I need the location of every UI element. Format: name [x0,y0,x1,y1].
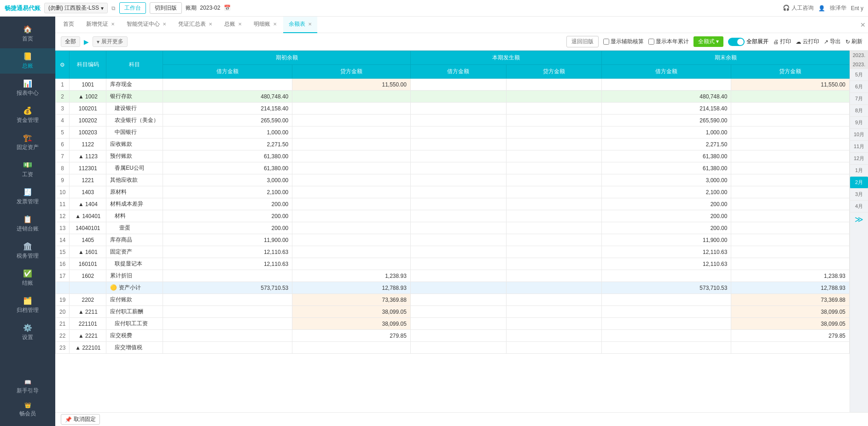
sidebar-item-sales[interactable]: 📋 进销台账 [0,211,55,236]
table-row-name[interactable]: 固定资产 [106,246,163,258]
month-item-1月[interactable]: 1月 [850,165,868,177]
tab-voucher-summary[interactable]: 凭证汇总表 ✕ [173,17,218,33]
month-item-12月[interactable]: 12月 [850,153,868,165]
switch-version-button[interactable]: 切到旧版 [150,2,182,14]
table-row-name[interactable]: 建设银行 [106,103,163,115]
table-row-name[interactable]: 预付账款 [106,150,163,162]
table-row-name[interactable]: 材料成本差异 [106,198,163,210]
table-row-code: ▲ 1123 [70,150,106,162]
refresh-button[interactable]: ↻ 刷新 [845,38,862,46]
sidebar-item-capital[interactable]: 💰 资金管理 [0,103,55,128]
table-row-num: 3 [56,103,70,115]
auxiliary-checkbox-input[interactable] [603,39,609,45]
sidebar-item-tax[interactable]: 🏛️ 税务管理 [0,238,55,264]
tab-smart-center-close[interactable]: ✕ [163,22,166,27]
sidebar-item-settlement[interactable]: ✅ 结账 [0,265,55,291]
unfix-button[interactable]: 📌 取消固定 [61,414,100,425]
show-auxiliary-checkbox[interactable]: 显示辅助核算 [603,38,644,46]
expand-panel-icon[interactable]: ≫ [850,213,868,226]
col-config[interactable]: ⚙ [56,51,70,79]
period-debit: 200.00 [163,210,292,222]
calendar-icon[interactable]: 📅 [224,5,231,11]
print-button[interactable]: 🖨 打印 [773,38,791,46]
sidebar-item-settings[interactable]: ⚙️ 设置 [0,320,55,345]
filter-arrow-icon[interactable]: ▶ [84,38,89,46]
right-panel-header1[interactable]: 2023. [850,51,868,60]
tab-voucher-summary-close[interactable]: ✕ [209,22,212,27]
close-window-icon[interactable]: ✕ [860,21,866,29]
table-row-name[interactable]: 香属EU公司 [106,162,163,174]
tab-balance[interactable]: 余额表 ✕ [283,17,317,33]
expand-button[interactable]: ▾ 展开更多 [93,36,128,47]
month-item-3月[interactable]: 3月 [850,189,868,201]
tab-bar: 首页 新增凭证 ✕ 智能凭证中心 ✕ 凭证汇总表 ✕ 总账 ✕ [55,17,868,33]
toggle-track[interactable] [728,38,745,46]
sidebar-item-home[interactable]: 🏠 首页 [0,21,55,46]
sidebar-item-report[interactable]: 📊 报表中心 [0,75,55,101]
sidebar-item-fixed[interactable]: 🏗️ 固定资产 [0,130,55,155]
table-row-name[interactable]: 原材料 [106,186,163,198]
tab-ledger[interactable]: 总账 ✕ [219,17,247,33]
filter-selector[interactable]: 全部 [61,36,80,47]
month-item-2月[interactable]: 2月 [850,177,868,189]
sidebar-item-invoice[interactable]: 🧾 发票管理 [0,184,55,209]
right-panel-header2[interactable]: 2023. [850,60,868,69]
table-row-name[interactable]: 农业银行（美金） [106,115,163,127]
export-button[interactable]: ↗ 导出 [824,38,841,46]
period-credit: 12,788.93 [292,282,411,294]
sidebar-item-member[interactable]: 👑 畅会员 [0,398,55,421]
table-row-name[interactable]: 应付职工薪酬 [106,306,163,318]
cur-debit [410,222,506,234]
tab-home[interactable]: 首页 [58,17,80,33]
tab-ledger-close[interactable]: ✕ [238,22,242,27]
table-row-name[interactable]: 应交税费 [106,330,163,342]
expand-all-toggle[interactable]: 全部展开 [728,38,769,46]
table-row-name[interactable]: 库存现金 [106,79,163,91]
tab-balance-close[interactable]: ✕ [308,22,312,27]
user-avatar[interactable]: 👤 [818,5,825,12]
tab-detail-close[interactable]: ✕ [273,22,277,27]
month-item-4月[interactable]: 4月 [850,201,868,213]
yearly-checkbox-input[interactable] [648,39,654,45]
month-item-10月[interactable]: 10月 [850,129,868,141]
table-row-name[interactable]: 中国银行 [106,127,163,138]
month-item-8月[interactable]: 8月 [850,105,868,117]
cur-credit [506,210,602,222]
return-old-button[interactable]: 退回旧版 [566,36,599,47]
sidebar-item-ledger[interactable]: 📒 总账 [0,48,55,74]
period-credit [292,138,411,150]
table-row-name[interactable]: 材料 [106,210,163,222]
company-selector[interactable]: (勿删) 江西股圣-LSS ▾ [44,3,108,13]
table-row-name[interactable]: 应交增值税 [106,342,163,354]
workbench-button[interactable]: 工作台 [119,2,146,14]
sidebar-item-guide[interactable]: 📖 新手引导 [0,375,55,398]
month-item-11月[interactable]: 11月 [850,141,868,153]
table-row-name[interactable]: 应收账款 [106,138,163,150]
table-row-name[interactable]: 累计折旧 [106,270,163,282]
sidebar-item-salary[interactable]: 💵 工资 [0,157,55,182]
end-debit: 12,110.63 [602,258,731,270]
consult-button[interactable]: 🎧 人工咨询 [783,4,813,12]
month-item-9月[interactable]: 9月 [850,117,868,129]
table-row-name[interactable]: 壹蛋 [106,222,163,234]
table-row-name[interactable]: 库存商品 [106,234,163,246]
full-mode-button[interactable]: 全额式 ▾ [693,36,723,47]
tab-detail[interactable]: 明细账 ✕ [248,17,282,33]
table-row-name[interactable]: 银行存款 [106,91,163,103]
table-row-name[interactable]: 联提显记本 [106,258,163,270]
table-row-name[interactable]: 应付职工工资 [106,318,163,330]
sidebar-item-archive[interactable]: 🗂️ 归档管理 [0,293,55,318]
cur-credit [506,138,602,150]
tab-new-voucher[interactable]: 新增凭证 ✕ [81,17,120,33]
copy-icon[interactable]: ⧉ [111,5,116,12]
table-row-name[interactable]: 🟡 资产小计 [106,282,163,294]
cloud-print-button[interactable]: ☁ 云打印 [796,38,819,46]
month-item-7月[interactable]: 7月 [850,93,868,105]
tab-new-voucher-close[interactable]: ✕ [111,22,115,27]
table-row-name[interactable]: 其他应收款 [106,174,163,186]
show-yearly-checkbox[interactable]: 显示本年累计 [648,38,689,46]
table-row-name[interactable]: 应付账款 [106,294,163,306]
tab-smart-center[interactable]: 智能凭证中心 ✕ [121,17,172,33]
month-item-5月[interactable]: 5月 [850,69,868,81]
month-item-6月[interactable]: 6月 [850,81,868,93]
